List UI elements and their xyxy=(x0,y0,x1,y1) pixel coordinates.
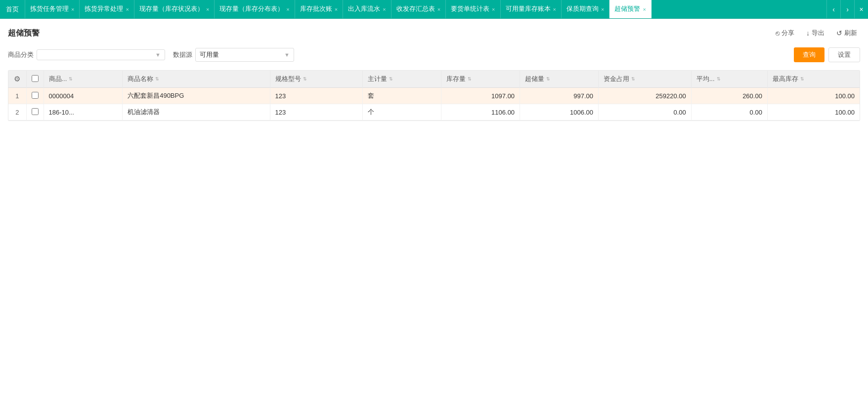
row-avg-1: 260.00 xyxy=(691,88,767,104)
settings-button[interactable]: 设置 xyxy=(828,47,860,62)
nav-tab-label-4: 库存批次账 xyxy=(300,5,332,13)
sort-icon-max-stock: ⇅ xyxy=(800,77,804,81)
export-icon: ↓ xyxy=(806,29,810,37)
nav-tab-label-5: 出入库流水 xyxy=(348,5,380,13)
th-max-stock[interactable]: 最高库存 ⇅ xyxy=(767,71,860,88)
th-gear[interactable]: ⚙ xyxy=(8,71,26,88)
nav-tab-2[interactable]: 现存量（库存状况表） × xyxy=(134,0,215,19)
row-select-checkbox-2[interactable] xyxy=(32,108,39,115)
row-capital-usage-2: 0.00 xyxy=(599,104,692,120)
row-product-code-2: 186-10... xyxy=(43,104,123,120)
nav-tab-8[interactable]: 可用量库存账本 × xyxy=(501,0,562,19)
nav-tab-close-7[interactable]: × xyxy=(492,6,495,12)
sort-icon-unit: ⇅ xyxy=(389,77,393,81)
export-button[interactable]: ↓ 导出 xyxy=(803,27,827,40)
share-button[interactable]: ⎋ 分享 xyxy=(773,27,797,40)
nav-tab-6[interactable]: 收发存汇总表 × xyxy=(391,0,446,19)
row-stock-1: 1097.00 xyxy=(441,88,520,104)
nav-tab-close-0[interactable]: × xyxy=(71,6,74,12)
nav-tab-7[interactable]: 要货单统计表 × xyxy=(446,0,500,19)
th-max-stock-label: 最高库存 xyxy=(773,75,798,83)
header-actions: ⎋ 分享 ↓ 导出 ↺ 刷新 xyxy=(773,27,860,40)
sort-icon-capital-usage: ⇅ xyxy=(631,77,635,81)
row-num-1: 1 xyxy=(8,88,26,104)
nav-tab-close-1[interactable]: × xyxy=(126,6,129,12)
sort-icon-stock: ⇅ xyxy=(468,77,472,81)
refresh-label: 刷新 xyxy=(844,29,857,38)
row-spec-2: 123 xyxy=(270,104,363,120)
data-table: ⚙ 商品... ⇅ 商品名称 ⇅ xyxy=(8,71,860,120)
row-max-stock-1: 100.00 xyxy=(767,88,860,104)
nav-tab-close-9[interactable]: × xyxy=(601,6,604,12)
th-stock[interactable]: 库存量 ⇅ xyxy=(441,71,520,88)
nav-tab-3[interactable]: 现存量（库存分布表） × xyxy=(215,0,295,19)
settings-gear-icon[interactable]: ⚙ xyxy=(14,75,20,83)
nav-tab-4[interactable]: 库存批次账 × xyxy=(295,0,343,19)
sort-icon-product-code: ⇅ xyxy=(69,77,73,81)
nav-tab-close-5[interactable]: × xyxy=(383,6,386,12)
th-spec-label: 规格型号 xyxy=(275,75,301,83)
nav-tab-close-4[interactable]: × xyxy=(335,6,338,12)
datasource-label: 数据源 xyxy=(173,50,192,59)
refresh-button[interactable]: ↺ 刷新 xyxy=(833,27,860,40)
sort-icon-over-stock: ⇅ xyxy=(546,77,550,81)
th-unit[interactable]: 主计量 ⇅ xyxy=(363,71,441,88)
nav-tab-label-3: 现存量（库存分布表） xyxy=(219,5,284,13)
nav-arrow-close[interactable]: × xyxy=(854,0,868,19)
nav-tab-label-0: 拣货任务管理 xyxy=(30,5,69,13)
nav-tab-label-8: 可用量库存账本 xyxy=(506,5,551,13)
refresh-icon: ↺ xyxy=(836,29,842,37)
th-avg[interactable]: 平均... ⇅ xyxy=(691,71,767,88)
table-header-row: ⚙ 商品... ⇅ 商品名称 ⇅ xyxy=(8,71,860,88)
sort-icon-spec: ⇅ xyxy=(303,77,307,81)
row-product-name-2: 机油滤清器 xyxy=(123,104,270,120)
row-capital-usage-1: 259220.00 xyxy=(599,88,692,104)
nav-arrow-right[interactable]: › xyxy=(840,0,854,19)
nav-tab-label-6: 收发存汇总表 xyxy=(396,5,435,13)
nav-tab-close-6[interactable]: × xyxy=(437,6,440,12)
nav-tab-label-10: 超储预警 xyxy=(614,5,640,13)
nav-tab-9[interactable]: 保质期查询 × xyxy=(562,0,609,19)
nav-arrows: ‹ › × xyxy=(826,0,868,19)
nav-tab-close-10[interactable]: × xyxy=(643,6,646,12)
filter-bar: 商品分类 ▼ 数据源 可用量 ▼ 查询 设置 xyxy=(8,47,860,62)
nav-tab-close-3[interactable]: × xyxy=(286,6,289,12)
share-icon: ⎋ xyxy=(776,29,780,37)
table-row: 2 186-10... 机油滤清器 123 个 1106.00 1006.00 … xyxy=(8,104,860,120)
nav-tab-5[interactable]: 出入库流水 × xyxy=(343,0,391,19)
nav-tab-10[interactable]: 超储预警 × xyxy=(609,0,651,19)
nav-tab-close-8[interactable]: × xyxy=(553,6,556,12)
nav-tab-1[interactable]: 拣货异常处理 × xyxy=(80,0,134,19)
nav-tab-0[interactable]: 拣货任务管理 × xyxy=(25,0,80,19)
row-select-checkbox-1[interactable] xyxy=(32,92,39,99)
row-checkbox-1[interactable] xyxy=(26,88,43,104)
th-product-name-label: 商品名称 xyxy=(128,75,153,83)
th-spec[interactable]: 规格型号 ⇅ xyxy=(270,71,363,88)
datasource-arrow-icon: ▼ xyxy=(284,52,290,58)
nav-home[interactable]: 首页 xyxy=(0,0,25,19)
query-button[interactable]: 查询 xyxy=(794,47,825,62)
table-row: 1 0000004 六配套新昌490BPG 123 套 1097.00 997.… xyxy=(8,88,860,104)
th-capital-usage[interactable]: 资金占用 ⇅ xyxy=(599,71,692,88)
th-product-name[interactable]: 商品名称 ⇅ xyxy=(123,71,270,88)
th-checkbox[interactable] xyxy=(26,71,43,88)
nav-tab-label-9: 保质期查询 xyxy=(566,5,599,13)
th-over-stock[interactable]: 超储量 ⇅ xyxy=(520,71,599,88)
row-max-stock-2: 100.00 xyxy=(767,104,860,120)
product-category-select[interactable]: ▼ xyxy=(37,49,165,60)
row-num-2: 2 xyxy=(8,104,26,120)
product-category-label: 商品分类 xyxy=(8,50,34,59)
nav-tab-close-2[interactable]: × xyxy=(206,6,209,12)
row-avg-2: 0.00 xyxy=(691,104,767,120)
th-product-code-label: 商品... xyxy=(49,75,67,83)
product-category-filter: 商品分类 ▼ xyxy=(8,49,165,60)
row-over-stock-1: 997.00 xyxy=(520,88,599,104)
row-over-stock-2: 1006.00 xyxy=(520,104,599,120)
nav-arrow-left[interactable]: ‹ xyxy=(826,0,840,19)
sort-icon-avg: ⇅ xyxy=(717,77,721,81)
datasource-select[interactable]: 可用量 ▼ xyxy=(195,48,294,62)
row-checkbox-2[interactable] xyxy=(26,104,43,120)
nav-tab-label-1: 拣货异常处理 xyxy=(85,5,123,13)
select-all-checkbox[interactable] xyxy=(32,75,39,82)
th-product-code[interactable]: 商品... ⇅ xyxy=(43,71,123,88)
